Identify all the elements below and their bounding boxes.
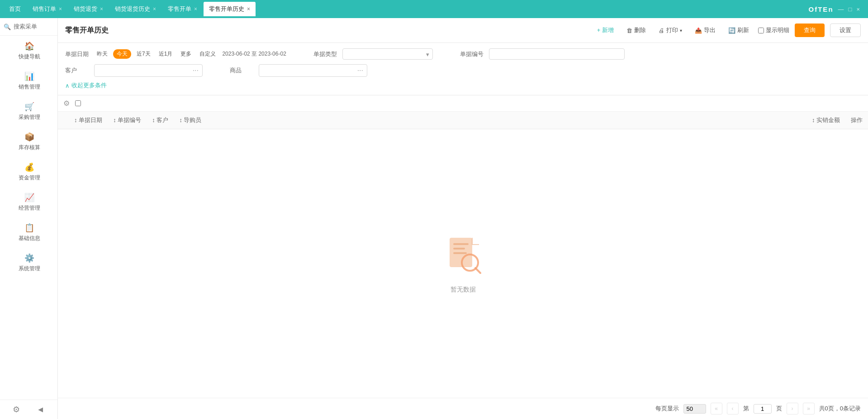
date-opt-more[interactable]: 更多: [178, 49, 194, 59]
doc-no-filter: 单据编号: [460, 48, 625, 60]
col-amount[interactable]: ↕ 实销金额: [806, 112, 845, 129]
sidebar-item-6[interactable]: 📋 基础信息: [0, 217, 57, 248]
customer-dots-icon[interactable]: ···: [193, 66, 199, 75]
refresh-label: 刷新: [737, 26, 749, 34]
page-label: 第: [743, 405, 749, 413]
print-button[interactable]: 🖨 打印 ▾: [655, 24, 686, 36]
sidebar-icon-0: 🏠: [24, 41, 34, 51]
col-guide[interactable]: ↕ 导购员: [174, 112, 207, 129]
page-number-input[interactable]: [754, 404, 772, 414]
date-opt-1month[interactable]: 近1月: [156, 49, 175, 59]
delete-button[interactable]: 🗑 删除: [623, 24, 650, 36]
tab-销货退货历史[interactable]: 销货退货历史×: [109, 2, 161, 16]
collapse-filter-btn[interactable]: ∧ 收起更多条件: [65, 81, 861, 89]
prev-page-btn[interactable]: ‹: [727, 403, 739, 414]
doc-type-select-wrapper: [342, 48, 433, 60]
window-minimize-btn[interactable]: —: [838, 6, 844, 13]
next-page-btn[interactable]: ›: [787, 403, 798, 414]
customer-filter: 客户 ···: [65, 64, 203, 77]
collapse-icon: ∧: [65, 82, 70, 89]
sidebar-items-container: 🏠 快捷导航 📊 销售管理 🛒 采购管理 📦 库存核算 💰 资金管理 📈 经营管…: [0, 36, 57, 278]
col-no[interactable]: ↕ 单据编号: [108, 112, 147, 129]
select-all-checkbox[interactable]: [75, 100, 81, 106]
sidebar-item-2[interactable]: 🛒 采购管理: [0, 96, 57, 127]
window-close-btn[interactable]: ×: [856, 6, 860, 13]
sidebar-item-1[interactable]: 📊 销售管理: [0, 66, 57, 96]
sidebar-icon-4: 💰: [24, 162, 34, 172]
refresh-icon: 🔄: [728, 27, 735, 34]
col-action: 操作: [845, 112, 868, 129]
svg-rect-1: [453, 243, 469, 245]
tab-零售开单历史[interactable]: 零售开单历史×: [204, 2, 256, 16]
page-suffix: 页: [776, 405, 782, 413]
table-settings-icon[interactable]: ⚙: [63, 99, 70, 108]
export-button[interactable]: 📤 导出: [691, 24, 719, 36]
search-label: 搜索采单: [14, 23, 37, 31]
sidebar-label-0: 快捷导航: [19, 53, 40, 61]
empty-state: 暂无数据: [58, 129, 868, 398]
sidebar-label-1: 销售管理: [19, 83, 40, 91]
first-page-btn[interactable]: «: [711, 403, 722, 414]
print-icon: 🖨: [659, 27, 664, 34]
filter-area: 单据日期 昨天 今天 近7天 近1月 更多 自定义 2023-06-02 至 2…: [58, 43, 868, 95]
sidebar-item-7[interactable]: ⚙️ 系统管理: [0, 248, 57, 278]
page-size-select[interactable]: 50 10 20 100: [683, 404, 706, 414]
page-title: 零售开单历史: [65, 26, 109, 41]
doc-no-input[interactable]: [489, 48, 625, 60]
svg-rect-2: [453, 248, 465, 250]
tab-close-btn[interactable]: ×: [194, 6, 197, 12]
search-button[interactable]: 查询: [795, 24, 825, 37]
tab-close-btn[interactable]: ×: [100, 6, 103, 12]
add-button[interactable]: + 新增: [593, 24, 617, 36]
goods-input-wrapper[interactable]: ···: [259, 64, 367, 77]
sidebar-item-4[interactable]: 💰 资金管理: [0, 157, 57, 187]
date-opt-custom[interactable]: 自定义: [197, 49, 218, 59]
show-detail-checkbox-input[interactable]: [758, 28, 764, 33]
customer-label: 客户: [65, 66, 90, 75]
top-bar-right: OfTEn — □ ×: [809, 5, 864, 13]
sidebar-item-5[interactable]: 📈 经营管理: [0, 187, 57, 217]
tab-label: 销货退货: [74, 5, 97, 13]
sidebar-search[interactable]: 🔍 搜索采单: [0, 18, 57, 36]
svg-line-5: [475, 268, 480, 273]
settings-button[interactable]: 设置: [830, 24, 861, 37]
refresh-button[interactable]: 🔄 刷新: [725, 24, 753, 36]
goods-filter: 商品 ···: [230, 64, 367, 77]
customer-input-wrapper[interactable]: ···: [94, 64, 203, 77]
col-date[interactable]: ↕ 单据日期: [69, 112, 108, 129]
col-amount-label: ↕ 实销金额: [812, 117, 840, 123]
doc-type-select[interactable]: [342, 48, 433, 60]
date-opt-today[interactable]: 今天: [113, 49, 131, 59]
sidebar-label-7: 系统管理: [19, 265, 40, 273]
collapse-sidebar-icon[interactable]: ◄: [37, 405, 45, 414]
table-area: ⚙ ↕ 单据日期 ↕ 单据编号 ↕ 客户: [58, 95, 868, 398]
sidebar-item-3[interactable]: 📦 库存核算: [0, 127, 57, 157]
sidebar-item-0[interactable]: 🏠 快捷导航: [0, 36, 57, 66]
tab-label: 零售开单历史: [209, 5, 244, 13]
tab-零售开单[interactable]: 零售开单×: [162, 2, 203, 16]
last-page-btn[interactable]: »: [803, 403, 815, 414]
tab-首页[interactable]: 首页: [4, 2, 26, 16]
settings-icon[interactable]: ⚙: [13, 405, 20, 414]
tab-销货退货[interactable]: 销货退货×: [68, 2, 109, 16]
page-header: 零售开单历史 + 新增 🗑 删除 🖨 打印 ▾ 📤 导出 🔄: [58, 18, 868, 43]
date-opt-yesterday[interactable]: 昨天: [94, 49, 110, 59]
tab-close-btn[interactable]: ×: [59, 6, 62, 12]
show-detail-toggle[interactable]: 显示明细: [758, 26, 789, 34]
table-header: ↕ 单据日期 ↕ 单据编号 ↕ 客户 ↕ 导购员 ↕: [58, 112, 868, 129]
tab-close-btn[interactable]: ×: [153, 6, 156, 12]
empty-text: 暂无数据: [451, 286, 476, 294]
goods-dots-icon[interactable]: ···: [357, 66, 363, 75]
col-customer[interactable]: ↕ 客户: [147, 112, 174, 129]
export-icon: 📤: [695, 27, 702, 34]
date-opt-7days[interactable]: 近7天: [134, 49, 153, 59]
window-maximize-btn[interactable]: □: [849, 6, 852, 13]
sidebar: 🔍 搜索采单 🏠 快捷导航 📊 销售管理 🛒 采购管理 📦 库存核算 💰 资金管…: [0, 18, 58, 419]
sidebar-icon-2: 🛒: [24, 102, 34, 112]
tab-销售订单[interactable]: 销售订单×: [27, 2, 67, 16]
delete-icon: 🗑: [626, 27, 632, 34]
brand-label: OfTEn: [809, 5, 834, 13]
tab-close-btn[interactable]: ×: [247, 6, 250, 12]
sidebar-bottom: ⚙ ◄: [0, 400, 57, 419]
col-guide-label: ↕ 导购员: [179, 117, 201, 123]
